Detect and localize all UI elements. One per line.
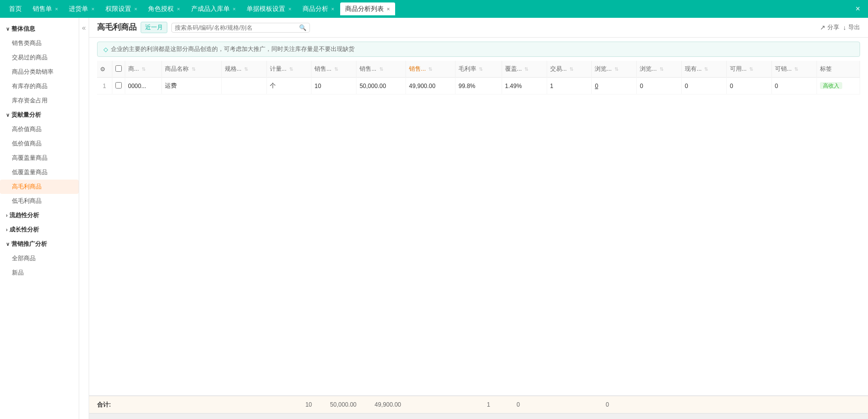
col-current-stock[interactable]: 现有... ⇅	[682, 61, 727, 78]
search-box[interactable]: 🔍	[171, 23, 310, 33]
close-purchase-order[interactable]: ×	[91, 6, 94, 12]
sidebar: ∨ 整体信息 销售类商品 交易过的商品 商品分类助销率 有库存的商品 库存资金占…	[0, 18, 79, 419]
cell-browse1[interactable]: 0	[592, 78, 637, 94]
sort-unit-icon: ⇅	[289, 66, 293, 72]
close-product-analysis[interactable]: ×	[331, 6, 334, 12]
sidebar-item-high-value[interactable]: 高价值商品	[0, 122, 79, 137]
col-available[interactable]: 可用... ⇅	[726, 61, 771, 78]
page-title: 高毛利商品	[97, 22, 137, 33]
share-icon: ↗	[820, 24, 825, 31]
sidebar-item-low-margin[interactable]: 低毛利商品	[0, 194, 79, 208]
cell-index: 1	[97, 78, 112, 94]
horizontal-scrollbar[interactable]	[89, 413, 868, 419]
col-gross-margin[interactable]: 毛利率 ⇅	[455, 61, 502, 78]
close-product-inbound[interactable]: ×	[233, 6, 236, 12]
nav-product-analysis[interactable]: 商品分析 ×	[298, 2, 339, 15]
col-tag[interactable]: 标签	[817, 61, 860, 78]
content-header: 高毛利商品 近一月 🔍 ↗ 分享 ↓ 导出	[89, 18, 868, 38]
row-checkbox[interactable]	[115, 82, 122, 89]
sidebar-group-contribution[interactable]: ∨ 贡献量分析	[0, 108, 79, 122]
table-row: 1 0000... 运费 个 10 50,000.00 49,900.00 99…	[97, 78, 860, 94]
sidebar-group-overall[interactable]: ∨ 整体信息	[0, 22, 79, 36]
cell-unit: 个	[266, 78, 311, 94]
cell-code: 0000...	[125, 78, 162, 94]
sidebar-group-marketing[interactable]: ∨ 营销推广分析	[0, 237, 79, 251]
sidebar-item-category-rate[interactable]: 商品分类助销率	[0, 65, 79, 79]
col-name[interactable]: 商品名称 ⇅	[162, 61, 221, 78]
sidebar-item-new-goods[interactable]: 新品	[0, 266, 79, 280]
nav-product-analysis-list[interactable]: 商品分析列表 ×	[340, 2, 395, 15]
sidebar-item-high-margin[interactable]: 高毛利商品	[0, 180, 79, 194]
export-button[interactable]: ↓ 导出	[843, 23, 861, 32]
close-sales-order[interactable]: ×	[55, 6, 58, 12]
col-sales-profit[interactable]: 销售... ⇅	[406, 61, 456, 78]
footer-placeholder7	[523, 401, 553, 408]
close-permissions[interactable]: ×	[134, 6, 137, 12]
footer-available: 0	[582, 401, 612, 408]
sort-code-icon: ⇅	[142, 66, 146, 72]
footer-cells: 10 50,000.00 49,900.00 1 0 0	[156, 401, 860, 408]
cell-name: 运费	[162, 78, 221, 94]
collapse-icon: «	[82, 24, 86, 32]
sidebar-item-sales-goods[interactable]: 销售类商品	[0, 36, 79, 50]
sort-transactions-icon: ⇅	[569, 66, 573, 72]
sidebar-item-traded-goods[interactable]: 交易过的商品	[0, 50, 79, 65]
sidebar-item-low-value[interactable]: 低价值商品	[0, 137, 79, 151]
footer-label: 合计:	[97, 401, 156, 409]
footer-cell-placeholder1	[156, 401, 186, 408]
nav-home[interactable]: 首页	[4, 2, 27, 15]
filter-recent-month[interactable]: 近一月	[141, 22, 167, 33]
cell-sales-profit: 49,900.00	[406, 78, 456, 94]
nav-roles[interactable]: 角色授权 ×	[143, 2, 185, 15]
top-navigation: 首页 销售单 × 进货单 × 权限设置 × 角色授权 × 产成品入库单 × 单据…	[0, 0, 868, 18]
search-input[interactable]	[175, 24, 297, 31]
header-actions: ↗ 分享 ↓ 导出	[820, 23, 861, 32]
nav-purchase-order[interactable]: 进货单 ×	[64, 2, 99, 15]
settings-icon[interactable]: ⚙	[100, 66, 105, 73]
close-template-settings[interactable]: ×	[288, 6, 291, 12]
sidebar-item-high-coverage[interactable]: 高覆盖量商品	[0, 151, 79, 165]
nav-template-settings[interactable]: 单据模板设置 ×	[242, 2, 296, 15]
table-wrapper[interactable]: ⚙ 商... ⇅ 商品名称 ⇅	[89, 61, 868, 395]
sidebar-item-stocked-goods[interactable]: 有库存的商品	[0, 79, 79, 93]
select-all-checkbox[interactable]	[115, 65, 122, 72]
cell-spec	[221, 78, 266, 94]
nav-sales-order[interactable]: 销售单 ×	[28, 2, 63, 15]
sidebar-toggle[interactable]: «	[79, 18, 89, 419]
cell-gross-margin: 99.8%	[455, 78, 502, 94]
nav-permissions[interactable]: 权限设置 ×	[101, 2, 142, 15]
cell-browse2: 0	[637, 78, 682, 94]
close-product-analysis-list[interactable]: ×	[387, 6, 390, 12]
sidebar-item-all-goods[interactable]: 全部商品	[0, 251, 79, 266]
footer-placeholder9	[612, 401, 642, 408]
close-all-tabs[interactable]: ×	[852, 4, 864, 13]
col-coverage[interactable]: 覆盖... ⇅	[502, 61, 547, 78]
col-code[interactable]: 商... ⇅	[125, 61, 162, 78]
footer-sales-profit: 49,900.00	[359, 401, 404, 408]
col-sales-qty[interactable]: 销售... ⇅	[311, 61, 357, 78]
sidebar-item-low-coverage[interactable]: 低覆盖量商品	[0, 165, 79, 180]
col-checkbox[interactable]	[112, 61, 125, 78]
search-icon[interactable]: 🔍	[299, 24, 306, 31]
cell-sales-amount: 50,000.00	[357, 78, 406, 94]
footer-placeholder8	[553, 401, 582, 408]
col-transactions[interactable]: 交易... ⇅	[547, 61, 592, 78]
cell-available: 0	[726, 78, 771, 94]
sidebar-group-growth[interactable]: › 成长性分析	[0, 223, 79, 237]
sidebar-item-stock-capital[interactable]: 库存资金占用	[0, 93, 79, 108]
col-browse2[interactable]: 浏览... ⇅	[637, 61, 682, 78]
col-unit[interactable]: 计量... ⇅	[266, 61, 311, 78]
col-spec[interactable]: 规格... ⇅	[221, 61, 266, 78]
cell-checkbox[interactable]	[112, 78, 125, 94]
sort-saleable-icon: ⇅	[794, 66, 798, 72]
col-saleable[interactable]: 可销... ⇅	[771, 61, 817, 78]
col-sales-amount[interactable]: 销售... ⇅	[357, 61, 406, 78]
nav-product-inbound[interactable]: 产成品入库单 ×	[186, 2, 241, 15]
col-browse1[interactable]: 浏览... ⇅	[592, 61, 637, 78]
sidebar-group-trend[interactable]: › 流趋性分析	[0, 208, 79, 223]
collapse-arrow-growth: ›	[6, 227, 7, 233]
share-button[interactable]: ↗ 分享	[820, 23, 839, 32]
sort-name-icon: ⇅	[192, 66, 196, 72]
close-roles[interactable]: ×	[177, 6, 180, 12]
collapse-arrow-overall: ∨	[6, 26, 9, 32]
